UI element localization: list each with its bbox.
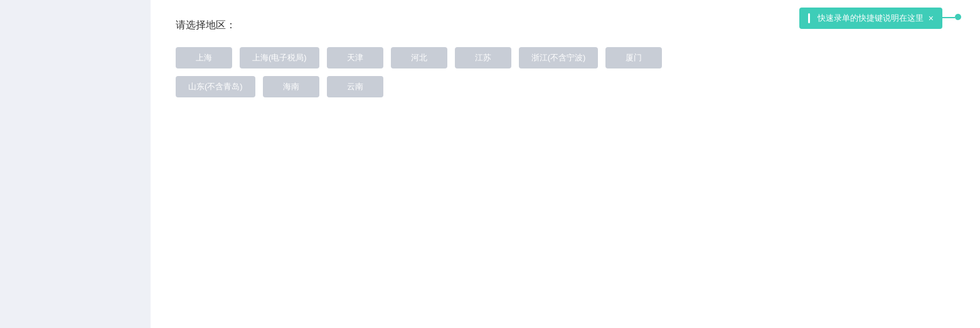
tooltip-text: 快速录单的快捷键说明在这里 bbox=[818, 13, 924, 24]
tooltip-dot bbox=[955, 14, 961, 20]
tooltip-connector bbox=[941, 17, 955, 18]
region-btn-xiamen[interactable]: 厦门 bbox=[605, 47, 662, 68]
region-btn-shandong[interactable]: 山东(不含青岛) bbox=[176, 76, 255, 97]
region-btn-shanghai[interactable]: 上海 bbox=[176, 47, 232, 68]
region-row-1: 上海 上海(电子税局) 天津 河北 江苏 浙江(不含宁波) 厦门 bbox=[176, 47, 955, 68]
region-btn-hainan[interactable]: 海南 bbox=[263, 76, 319, 97]
region-btn-hebei[interactable]: 河北 bbox=[391, 47, 447, 68]
region-btn-jiangsu[interactable]: 江苏 bbox=[455, 47, 511, 68]
region-btn-shanghai-etax[interactable]: 上海(电子税局) bbox=[240, 47, 319, 68]
main-content: 请选择地区： 上海 上海(电子税局) 天津 河北 江苏 浙江(不含宁波) 厦门 … bbox=[151, 0, 980, 328]
sidebar bbox=[0, 0, 151, 328]
region-btn-tianjin[interactable]: 天津 bbox=[327, 47, 383, 68]
region-btn-yunnan[interactable]: 云南 bbox=[327, 76, 383, 97]
tooltip-close-button[interactable]: × bbox=[929, 14, 934, 23]
region-row-2: 山东(不含青岛) 海南 云南 bbox=[176, 76, 955, 97]
region-btn-zhejiang[interactable]: 浙江(不含宁波) bbox=[519, 47, 599, 68]
tooltip-banner: 快速录单的快捷键说明在这里 × bbox=[799, 8, 942, 29]
